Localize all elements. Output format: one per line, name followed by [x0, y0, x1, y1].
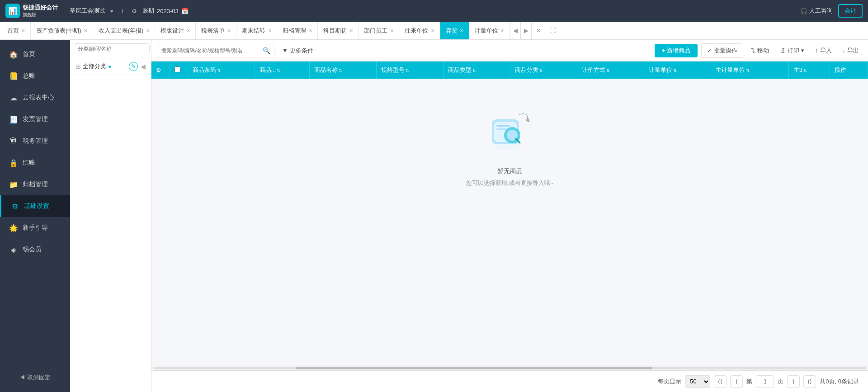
tab-period-close[interactable]: 期末结转 ×	[236, 22, 277, 40]
logo-main: 畅捷通好会计	[23, 4, 58, 12]
prev-page-button[interactable]: ⟨	[730, 375, 743, 388]
ledger-icon: 📒	[9, 72, 18, 80]
move-button[interactable]: ⇅ 移动	[747, 44, 773, 57]
sidebar-item-report[interactable]: ☁ 云报表中心	[0, 87, 70, 109]
select-all-checkbox[interactable]	[175, 66, 180, 72]
tab-subject-close[interactable]: ×	[349, 28, 353, 34]
print-icon: 🖨	[780, 47, 786, 54]
scrollbar-thumb[interactable]	[296, 367, 652, 369]
tab-partner[interactable]: 往来单位 ×	[399, 22, 440, 40]
tab-inventory-close[interactable]: ×	[460, 28, 463, 34]
import-button[interactable]: ↑ 导入	[811, 44, 835, 57]
th-category[interactable]: 商品分类⇅	[510, 61, 577, 79]
tab-template[interactable]: 模版设计 ×	[155, 22, 196, 40]
service-button[interactable]: 🎧 人工咨询	[800, 7, 833, 15]
export-button[interactable]: ↓ 导出	[839, 44, 863, 57]
print-button[interactable]: 🖨 打印 ▾	[776, 44, 808, 57]
tab-home[interactable]: 首页 ×	[2, 22, 31, 40]
unpin-button[interactable]: ◀ 取消固定	[0, 368, 70, 387]
category-search-input[interactable]	[74, 43, 150, 54]
sidebar-item-guide[interactable]: 🌟 新手引导	[0, 217, 70, 239]
tab-archive[interactable]: 归档管理 ×	[277, 22, 318, 40]
tab-close-all-button[interactable]: ✕	[532, 22, 546, 40]
calendar-icon[interactable]: 📅	[181, 8, 189, 14]
goods-table: ⚙ 商品条码⇅ 商品...⇅	[151, 61, 868, 79]
tab-income[interactable]: 收入支出表(年报) ×	[93, 22, 156, 40]
home-icon: 🏠	[9, 50, 18, 59]
sidebar-item-report-label: 云报表中心	[23, 94, 54, 102]
total-records: 共0页, 0条记录	[820, 378, 859, 386]
add-goods-button[interactable]: + 新增商品	[655, 44, 698, 57]
tab-dept[interactable]: 部门员工 ×	[359, 22, 399, 40]
tab-period-close-label: 期末结转	[242, 27, 265, 35]
tab-tax-close[interactable]: ×	[227, 28, 231, 34]
cloud-icon: ☁	[9, 94, 18, 102]
tab-dept-close[interactable]: ×	[390, 28, 393, 34]
member-icon: ◈	[9, 246, 18, 254]
batch-operation-button[interactable]: ✓ 批量操作	[701, 43, 743, 58]
accountant-button[interactable]: 会计	[838, 4, 863, 18]
tax-icon: 🏛	[9, 137, 18, 145]
th-name[interactable]: 商品名称⇅	[309, 61, 376, 79]
settings-icon[interactable]: ⚙	[132, 8, 137, 14]
sidebar-item-invoice[interactable]: 🧾 发票管理	[0, 109, 70, 130]
tab-subject[interactable]: 科目期初 ×	[318, 22, 359, 40]
th-barcode[interactable]: 商品条码⇅	[188, 61, 255, 79]
sidebar-item-archive[interactable]: 📁 归档管理	[0, 174, 70, 195]
tree-edit-button[interactable]: ✎	[129, 62, 138, 71]
sidebar-item-ledger[interactable]: 📒 总账	[0, 65, 70, 87]
sidebar-item-home[interactable]: 🏠 首页	[0, 43, 70, 65]
per-page-select[interactable]: 50 100 200	[685, 375, 710, 388]
tab-partner-close[interactable]: ×	[431, 28, 434, 34]
tab-home-close[interactable]: ×	[22, 28, 25, 34]
tab-tax[interactable]: 税表清单 ×	[196, 22, 236, 40]
th-check[interactable]	[170, 61, 188, 79]
company-dropdown-icon[interactable]: ▾	[110, 8, 113, 14]
th-code[interactable]: 商品...⇅	[255, 61, 309, 79]
left-search-area: 🔍	[70, 40, 151, 58]
tab-income-label: 收入支出表(年报)	[99, 27, 144, 35]
tab-prev-button[interactable]: ◀	[510, 22, 521, 40]
th-settings[interactable]: ⚙	[151, 61, 170, 79]
scrollbar-track[interactable]	[153, 367, 866, 369]
batch-check-icon: ✓	[707, 47, 712, 54]
sidebar-item-tax-label: 税务管理	[23, 137, 48, 145]
th-unit[interactable]: 计量单位⇅	[644, 61, 711, 79]
tab-unit[interactable]: 计量单位 ×	[469, 22, 510, 40]
tab-period-close-x[interactable]: ×	[268, 28, 271, 34]
add-tab-button[interactable]: ＋	[119, 6, 126, 16]
th-col3[interactable]: 主3⇅	[788, 61, 830, 79]
sidebar-item-close[interactable]: 🔒 结账	[0, 152, 70, 174]
logo-sub: 旗舰版	[23, 12, 58, 18]
empty-illustration	[483, 106, 533, 156]
th-price-method[interactable]: 计价方式⇅	[577, 61, 644, 79]
tab-income-close[interactable]: ×	[146, 28, 149, 34]
horizontal-scrollbar[interactable]	[151, 365, 868, 370]
export-label: 导出	[847, 47, 859, 55]
th-main-unit[interactable]: 主计量单位⇅	[711, 61, 788, 79]
tab-unit-close[interactable]: ×	[501, 28, 504, 34]
tab-inventory[interactable]: 存货 ×	[440, 22, 469, 40]
headphone-icon: 🎧	[800, 8, 807, 14]
th-spec[interactable]: 规格型号⇅	[376, 61, 443, 79]
tab-next-button[interactable]: ▶	[521, 22, 532, 40]
sidebar-item-invoice-label: 发票管理	[23, 115, 48, 123]
tree-collapse-icon[interactable]: ◀	[141, 63, 146, 70]
tab-template-label: 模版设计	[160, 27, 184, 35]
filter-button[interactable]: ▼ 更多条件	[278, 44, 317, 57]
goods-search-input[interactable]	[161, 47, 261, 54]
tab-balance[interactable]: 资产负债表(中期) ×	[31, 22, 93, 40]
sidebar-item-settings[interactable]: ⚙ 基础设置	[0, 195, 70, 217]
tab-balance-close[interactable]: ×	[84, 28, 87, 34]
last-page-button[interactable]: ⟩⟩	[803, 375, 816, 388]
first-page-button[interactable]: ⟨⟨	[714, 375, 726, 388]
sidebar-item-tax[interactable]: 🏛 税务管理	[0, 130, 70, 152]
tab-fullscreen-button[interactable]: ⛶	[546, 22, 561, 40]
tab-archive-close[interactable]: ×	[309, 28, 312, 34]
next-page-button[interactable]: ⟩	[787, 375, 800, 388]
goods-search-icon[interactable]: 🔍	[263, 47, 270, 54]
sidebar-item-member[interactable]: ◈ 畅会员	[0, 239, 70, 260]
tab-template-close[interactable]: ×	[187, 28, 190, 34]
th-type[interactable]: 商品类型⇅	[443, 61, 510, 79]
page-input[interactable]	[756, 375, 774, 388]
